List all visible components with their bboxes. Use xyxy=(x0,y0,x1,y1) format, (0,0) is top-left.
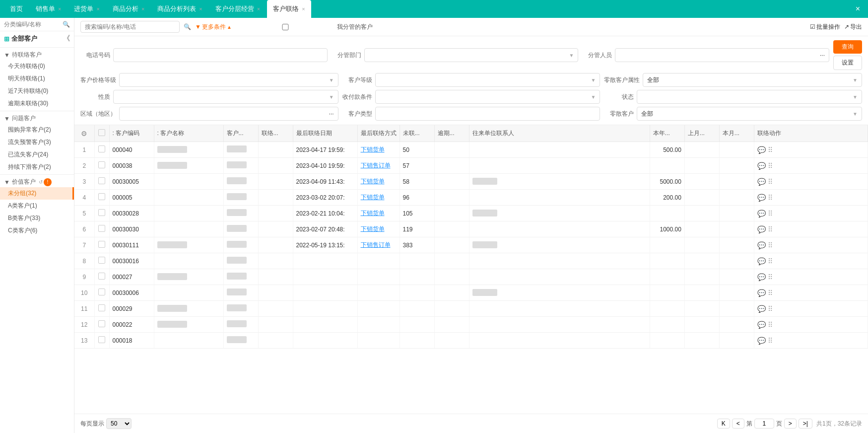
th-gear[interactable]: ⚙ xyxy=(74,125,94,142)
row-last-way[interactable]: 下销货单 xyxy=(357,142,400,158)
row-last-way[interactable] xyxy=(357,317,400,333)
field-retail-attr-select[interactable]: 全部▼ xyxy=(643,73,862,87)
th-checkbox[interactable] xyxy=(94,125,109,142)
message-icon[interactable]: 💬 xyxy=(757,194,766,202)
last-way-link[interactable]: 下销货单 xyxy=(361,178,385,185)
nav-tab-5[interactable]: 客户联络 × xyxy=(267,0,311,18)
sidebar-item-7days[interactable]: 近7天待联络(0) xyxy=(0,85,74,97)
more-icon[interactable]: ⠿ xyxy=(768,146,773,154)
all-customers-header[interactable]: ⊞ 全部客户 《 xyxy=(0,31,74,46)
row-checkbox[interactable] xyxy=(94,206,109,221)
sidebar-item-tomorrow[interactable]: 明天待联络(1) xyxy=(0,72,74,85)
more-icon[interactable]: ⠿ xyxy=(768,241,773,249)
field-dept-select[interactable]: ▼ xyxy=(364,48,579,62)
nav-home[interactable]: 首页 xyxy=(4,0,29,18)
message-icon[interactable]: 💬 xyxy=(757,273,766,281)
row-last-way[interactable]: 下销货单 xyxy=(357,206,400,221)
sidebar-item-churned[interactable]: 已流失客户(24) xyxy=(0,148,74,161)
nav-tab-1[interactable]: 进货单 × xyxy=(68,0,105,18)
row-checkbox[interactable] xyxy=(94,285,109,301)
sidebar-item-abnormal[interactable]: 囤购异常客户(2) xyxy=(0,124,74,136)
more-icon[interactable]: ⠿ xyxy=(768,273,773,281)
settings-icon[interactable]: ⚙ xyxy=(81,130,87,138)
field-nature-select[interactable]: ▼ xyxy=(113,90,338,104)
message-icon[interactable]: 💬 xyxy=(757,178,766,186)
current-page-input[interactable] xyxy=(754,419,774,429)
group-value-customers[interactable]: ▼ 价值客户 ↺ ! xyxy=(0,176,74,187)
row-last-way[interactable]: 下销售订单 xyxy=(357,158,400,174)
field-retail-customer-select[interactable]: 全部▼ xyxy=(637,107,862,121)
more-icon[interactable]: ⠿ xyxy=(768,289,773,297)
more-icon[interactable]: ⠿ xyxy=(768,225,773,233)
nav-tab-4[interactable]: 客户分层经营 × xyxy=(209,0,266,18)
collapse-sidebar-icon[interactable]: 《 xyxy=(63,34,70,43)
message-icon[interactable]: 💬 xyxy=(757,210,766,217)
row-last-way[interactable] xyxy=(357,269,400,285)
group-waiting-contact[interactable]: ▼ 待联络客户 xyxy=(0,49,74,60)
row-checkbox[interactable] xyxy=(94,158,109,174)
page-size-select[interactable]: 50 20 100 xyxy=(106,418,132,429)
field-customer-level-select[interactable]: ▼ xyxy=(375,73,601,87)
header-checkbox[interactable] xyxy=(98,129,105,136)
last-way-link[interactable]: 下销售订单 xyxy=(361,241,391,248)
search-icon[interactable]: 🔍 xyxy=(184,23,191,30)
batch-operation-button[interactable]: ☑ 批量操作 xyxy=(810,23,840,31)
tab-close-0[interactable]: × xyxy=(58,6,61,12)
sidebar-item-overdue[interactable]: 逾期未联络(30) xyxy=(0,97,74,110)
refresh-icon[interactable]: ↺ xyxy=(39,179,43,185)
message-icon[interactable]: 💬 xyxy=(757,289,766,297)
row-checkbox[interactable] xyxy=(94,190,109,206)
last-way-link[interactable]: 下销货单 xyxy=(361,146,385,153)
field-customer-type-input[interactable] xyxy=(375,107,601,121)
field-manager-input[interactable]: ··· xyxy=(615,48,829,62)
row-last-way[interactable] xyxy=(357,285,400,301)
my-customer-checkbox-label[interactable]: 我分管的客户 xyxy=(236,23,373,31)
row-last-way[interactable]: 下销货单 xyxy=(357,190,400,206)
last-way-link[interactable]: 下销售订单 xyxy=(361,162,391,169)
last-way-link[interactable]: 下销货单 xyxy=(361,225,385,232)
message-icon[interactable]: 💬 xyxy=(757,305,766,313)
row-checkbox[interactable] xyxy=(94,174,109,190)
row-checkbox[interactable] xyxy=(94,237,109,253)
more-icon[interactable]: ⠿ xyxy=(768,321,773,329)
last-way-link[interactable]: 下销货单 xyxy=(361,194,385,201)
search-button[interactable]: 查询 xyxy=(833,40,862,54)
tab-close-1[interactable]: × xyxy=(96,6,99,12)
message-icon[interactable]: 💬 xyxy=(757,241,766,249)
sidebar-item-churn-warning[interactable]: 流失预警客户(3) xyxy=(0,136,74,148)
message-icon[interactable]: 💬 xyxy=(757,337,766,345)
next-page-button[interactable]: > xyxy=(784,419,797,429)
sidebar-item-ungrouped[interactable]: 未分组(32) xyxy=(0,187,74,200)
more-icon[interactable]: ⠿ xyxy=(768,210,773,217)
prev-page-button[interactable]: < xyxy=(732,419,744,429)
sidebar-item-c-class[interactable]: C类客户(6) xyxy=(0,224,74,237)
first-page-button[interactable]: K xyxy=(717,419,730,429)
search-input[interactable] xyxy=(80,21,180,33)
group-problem-customers[interactable]: ▼ 问题客户 xyxy=(0,112,74,124)
field-payment-select[interactable]: ▼ xyxy=(375,90,601,104)
tab-close-4[interactable]: × xyxy=(257,6,260,12)
message-icon[interactable]: 💬 xyxy=(757,257,766,265)
tab-close-2[interactable]: × xyxy=(141,6,144,12)
row-checkbox[interactable] xyxy=(94,142,109,158)
sidebar-search-input[interactable] xyxy=(4,21,61,28)
row-last-way[interactable]: 下销货单 xyxy=(357,174,400,190)
more-icon[interactable]: ⠿ xyxy=(768,305,773,313)
more-conditions-button[interactable]: ▼ 更多条件 ▲ xyxy=(195,23,232,31)
field-phone-input[interactable] xyxy=(113,48,328,62)
row-checkbox[interactable] xyxy=(94,253,109,269)
row-checkbox[interactable] xyxy=(94,301,109,317)
row-last-way[interactable]: 下销货单 xyxy=(357,221,400,237)
sidebar-item-a-class[interactable]: A类客户(1) xyxy=(0,200,74,212)
tab-close-3[interactable]: × xyxy=(199,6,202,12)
my-customer-checkbox[interactable] xyxy=(236,24,335,30)
more-icon[interactable]: ⠿ xyxy=(768,162,773,170)
export-button[interactable]: ↗ 导出 xyxy=(844,23,862,31)
reset-button[interactable]: 设置 xyxy=(833,56,862,70)
sidebar-item-declining[interactable]: 持续下滑客户(2) xyxy=(0,161,74,173)
field-status-select[interactable]: ▼ xyxy=(637,90,862,104)
more-icon[interactable]: ⠿ xyxy=(768,337,773,345)
message-icon[interactable]: 💬 xyxy=(757,225,766,233)
sidebar-item-today[interactable]: 今天待联络(0) xyxy=(0,60,74,72)
row-checkbox[interactable] xyxy=(94,269,109,285)
